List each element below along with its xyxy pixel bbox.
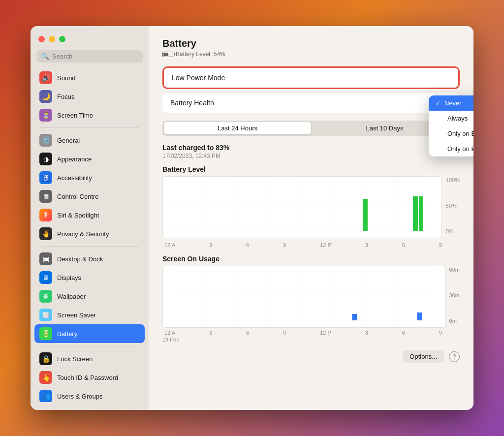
sidebar-label-displays: Displays — [57, 274, 81, 281]
x-3b: 3 — [365, 242, 368, 248]
search-icon: 🔍 — [41, 53, 49, 60]
sidebar-label-siri: Siri & Spotlight — [57, 212, 99, 219]
sidebar-item-appearance[interactable]: ◑ Appearance — [34, 150, 145, 168]
screen-y-0: 0m — [449, 318, 460, 324]
sidebar-label-privacy: Privacy & Security — [57, 230, 109, 238]
sidebar-item-siri[interactable]: 🎙 Siri & Spotlight — [34, 206, 145, 224]
divider-3 — [40, 346, 139, 346]
sx-6b: 6 — [402, 330, 405, 336]
low-power-dropdown[interactable]: ✓ Never Always Only on Battery Only on P… — [429, 95, 473, 156]
sidebar-item-battery[interactable]: 🔋 Battery — [34, 324, 145, 343]
sx-6: 6 — [246, 330, 249, 336]
sidebar-item-touchid[interactable]: 👆 Touch ID & Password — [34, 368, 145, 387]
page-title: Battery — [162, 38, 460, 49]
screen-x-labels: 12 A 3 6 9 12 P 3 6 9 — [162, 330, 460, 336]
sidebar-label-accessibility: Accessibility — [57, 174, 92, 182]
screen-y-labels: 60m 30m 0m — [449, 266, 460, 325]
dropdown-item-never[interactable]: ✓ Never — [429, 95, 473, 111]
low-power-mode-row[interactable]: Low Power Mode ✓ Never Always Only on Ba… — [162, 66, 460, 89]
divider-2 — [40, 246, 139, 247]
sidebar-item-sound[interactable]: 🔊 Sound — [34, 68, 145, 87]
divider-1 — [40, 127, 139, 128]
help-button[interactable]: ? — [449, 351, 460, 362]
sidebar-item-wallpaper[interactable]: ❋ Wallpaper — [34, 287, 145, 306]
sidebar-label-desktop: Desktop & Dock — [57, 255, 103, 263]
svg-rect-11 — [413, 196, 418, 231]
bottom-bar: Options... ? — [162, 350, 460, 363]
chart-section: Last charged to 83% 17/02/2023, 12:43 PM… — [162, 144, 460, 343]
battery-health-label: Battery Health — [170, 99, 214, 107]
siri-icon: 🎙 — [39, 209, 52, 221]
battery-small-icon — [162, 52, 173, 57]
settings-window: 🔍 🔊 Sound 🌙 Focus ⏳ Screen Time ⚙️ Gener… — [31, 26, 473, 410]
svg-rect-23 — [352, 314, 357, 320]
last-charged-time: 17/02/2023, 12:43 PM — [162, 153, 460, 159]
dropdown-item-always[interactable]: Always — [429, 111, 473, 126]
screen-usage-chart-title: Screen On Usage — [162, 255, 460, 263]
sx-3: 3 — [209, 330, 212, 336]
x-12a: 12 A — [164, 242, 175, 248]
sidebar-label-battery: Battery — [57, 330, 77, 338]
x-9: 9 — [283, 242, 286, 248]
sidebar-label-focus: Focus — [57, 93, 74, 100]
dropdown-item-adapter[interactable]: Only on Power Adapter — [429, 141, 473, 156]
general-icon: ⚙️ — [39, 134, 52, 147]
dropdown-item-battery[interactable]: Only on Battery — [429, 126, 473, 141]
battery-level-text: Battery Level: 54% — [176, 51, 225, 58]
appearance-icon: ◑ — [39, 153, 52, 165]
chart-tabs[interactable]: Last 24 Hours Last 10 Days — [162, 121, 460, 136]
sx-12a: 12 A — [164, 330, 175, 336]
sidebar-item-privacy[interactable]: 🤚 Privacy & Security — [34, 224, 145, 243]
sx-3b: 3 — [365, 330, 368, 336]
sidebar-label-screensaver: Screen Saver — [57, 311, 96, 319]
minimize-button[interactable] — [49, 36, 55, 42]
traffic-lights — [31, 34, 149, 50]
tab-24h[interactable]: Last 24 Hours — [164, 122, 311, 134]
maximize-button[interactable] — [59, 36, 65, 42]
sidebar-item-desktop[interactable]: ▣ Desktop & Dock — [34, 249, 145, 268]
accessibility-icon: ♿ — [39, 171, 52, 184]
sidebar-item-lockscreen[interactable]: 🔒 Lock Screen — [34, 349, 145, 368]
sidebar: 🔍 🔊 Sound 🌙 Focus ⏳ Screen Time ⚙️ Gener… — [31, 26, 149, 410]
sidebar-item-accessibility[interactable]: ♿ Accessibility — [34, 168, 145, 187]
sidebar-item-focus[interactable]: 🌙 Focus — [34, 87, 145, 106]
options-button[interactable]: Options... — [403, 350, 444, 363]
sidebar-item-displays[interactable]: 🖥 Displays — [34, 268, 145, 287]
sidebar-items-list: 🔊 Sound 🌙 Focus ⏳ Screen Time ⚙️ General… — [31, 68, 149, 402]
battery-fill — [163, 53, 168, 56]
sidebar-label-users: Users & Groups — [57, 393, 102, 400]
battery-level-chart — [162, 176, 442, 238]
sx-9: 9 — [283, 330, 286, 336]
sound-icon: 🔊 — [39, 71, 52, 84]
battery-icon: 🔋 — [39, 327, 52, 340]
battery-y-50: 50% — [446, 203, 460, 209]
desktop-icon: ▣ — [39, 252, 52, 265]
battery-y-labels: 100% 50% 0% — [446, 176, 460, 235]
last-charged-text: Last charged to 83% — [162, 144, 460, 152]
sidebar-label-lockscreen: Lock Screen — [57, 355, 93, 363]
sidebar-label-controlcentre: Control Centre — [57, 193, 99, 200]
close-button[interactable] — [38, 36, 45, 42]
search-input[interactable] — [52, 53, 138, 60]
sidebar-item-screensaver[interactable]: ⬜ Screen Saver — [34, 306, 145, 324]
sidebar-label-general: General — [57, 137, 80, 144]
wallpaper-icon: ❋ — [39, 290, 52, 303]
sidebar-item-screentime[interactable]: ⏳ Screen Time — [34, 106, 145, 125]
sidebar-item-users[interactable]: 👥 Users & Groups — [34, 387, 145, 402]
sidebar-item-controlcentre[interactable]: ▦ Control Centre — [34, 187, 145, 206]
battery-health-row[interactable]: Battery Health › — [162, 93, 460, 113]
low-power-mode-label: Low Power Mode — [172, 74, 225, 82]
x-6: 6 — [246, 242, 249, 248]
displays-icon: 🖥 — [39, 271, 52, 284]
dropdown-label-adapter: Only on Power Adapter — [447, 145, 473, 153]
date-label: 19 Feb — [162, 337, 460, 343]
screen-usage-chart-container: 60m 30m 0m — [162, 266, 460, 328]
sidebar-label-wallpaper: Wallpaper — [57, 293, 86, 300]
x-3: 3 — [209, 242, 212, 248]
sx-9b: 9 — [439, 330, 442, 336]
screen-usage-chart-svg — [163, 266, 445, 325]
main-header: Battery Battery Level: 54% — [162, 38, 460, 58]
search-box[interactable]: 🔍 — [36, 50, 143, 62]
sidebar-item-general[interactable]: ⚙️ General — [34, 131, 145, 150]
x-9b: 9 — [439, 242, 442, 248]
